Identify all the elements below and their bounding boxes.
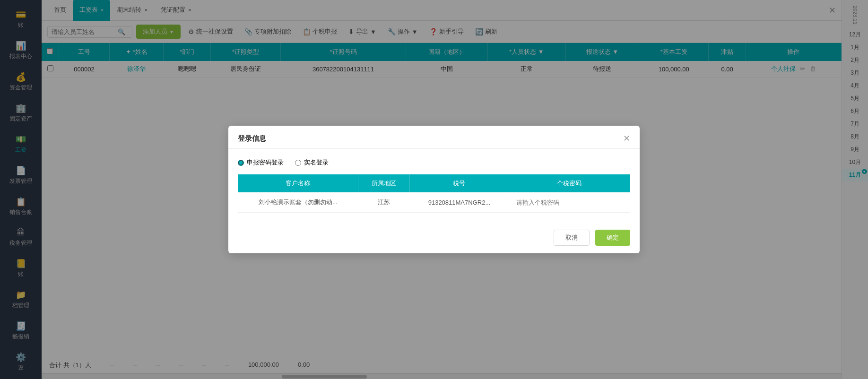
cancel-button[interactable]: 取消 [554, 230, 590, 246]
modal-table-row: 刘小艳演示账套（勿删勿动... 江苏 91320811MA7NGR2... [238, 192, 630, 213]
client-name-cell: 刘小艳演示账套（勿删勿动... [238, 192, 358, 213]
modal-footer: 取消 确定 [228, 222, 640, 253]
modal-table-header-个税密码: 个税密码 [509, 174, 630, 192]
radio-label-实名[interactable]: 实名登录 [295, 158, 329, 167]
modal-header: 登录信息 ✕ [228, 126, 640, 149]
tax-number-cell: 91320811MA7NGR2... [410, 192, 509, 213]
region-cell: 江苏 [358, 192, 410, 213]
login-modal: 登录信息 ✕ 申报密码登录 实名登录 客户名称 所属地区 [228, 126, 640, 253]
radio-申报密码[interactable] [238, 160, 244, 166]
radio-实名[interactable] [295, 160, 301, 166]
modal-close-button[interactable]: ✕ [623, 133, 630, 144]
modal-body: 申报密码登录 实名登录 客户名称 所属地区 税号 个税密码 [228, 149, 640, 222]
modal-overlay[interactable]: 登录信息 ✕ 申报密码登录 实名登录 客户名称 所属地区 [0, 0, 868, 379]
modal-table-header-税号: 税号 [410, 174, 509, 192]
modal-table-header-客户名称: 客户名称 [238, 174, 358, 192]
tax-password-cell[interactable] [509, 192, 630, 213]
radio-label-申报密码[interactable]: 申报密码登录 [238, 158, 284, 167]
login-info-table: 客户名称 所属地区 税号 个税密码 刘小艳演示账套（勿删勿动... 江苏 913… [238, 174, 630, 213]
login-type-radio-group: 申报密码登录 实名登录 [238, 158, 630, 167]
confirm-button[interactable]: 确定 [595, 230, 630, 246]
modal-title: 登录信息 [238, 134, 266, 143]
tax-password-input[interactable] [516, 199, 622, 206]
modal-table-header-所属地区: 所属地区 [358, 174, 410, 192]
